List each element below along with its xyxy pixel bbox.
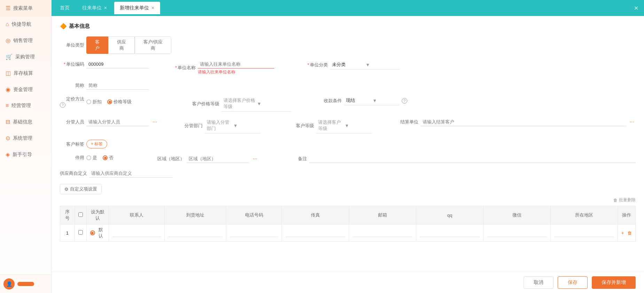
inventory-icon: ◫ [6,70,11,76]
table-row: 1 默认 [60,225,636,242]
pricing-row: 定价方法 ? 折扣 价格等级 客户价格等级 请选择客户价 [60,96,636,112]
default-radio-circle [90,230,95,235]
row-contact [109,225,165,242]
unit-type-group: 客户 供应商 客户/供应商 [86,36,171,54]
gear-icon: ⚙ [64,187,69,192]
unit-code-field: *单位编码 [60,60,171,68]
chevron-down-icon: ▼ [372,98,398,103]
th-wechat: 微信 [483,206,550,225]
manager-input[interactable] [86,118,149,126]
tab-counterpart[interactable]: 往来单位 ✕ [77,2,113,14]
pricing-level-radio[interactable]: 价格等级 [107,99,132,105]
tab-new-counterpart[interactable]: 新增往来单位 ✕ [114,2,160,14]
row-checkbox-input[interactable] [78,230,83,235]
sidebar-item-label: 搜索菜单 [13,5,33,11]
payment-terms-value: 现结 [346,97,371,104]
unit-name-input[interactable] [198,60,274,68]
remark-input[interactable] [309,155,636,163]
sidebar-item-label: 基础信息 [13,119,32,125]
settlement-unit-field: 结算单位 ··· [394,118,636,126]
sidebar-item-inventory[interactable]: ◫ 库存核算 [0,65,51,81]
sidebar-item-base-info[interactable]: ⊟ 基础信息 [0,114,51,130]
short-name-input[interactable] [86,81,149,90]
customer-level-placeholder: 请选择客户等级 [318,119,343,132]
customer-level-select[interactable]: 请选择客户等级 ▼ [316,118,372,133]
settlement-unit-more-btn[interactable]: ··· [628,119,636,125]
sidebar-item-operations[interactable]: ≡ 经营管理 [0,98,51,114]
unit-category-select[interactable]: 未分类 ▼ [330,60,400,70]
tab-counterpart-close[interactable]: ✕ [104,6,107,10]
manager-more-btn[interactable]: ··· [151,119,158,125]
pricing-help-icon[interactable]: ? [60,102,65,108]
form-content: 🔶 基本信息 单位类型 客户 供应商 客户/供应商 *单位编码 *单位名称 [52,16,644,272]
sidebar-item-finance[interactable]: ◉ 资金管理 [0,81,51,98]
save-button[interactable]: 保存 [558,276,588,289]
phone-input[interactable] [230,229,278,237]
unit-category-label: *单位分类 [304,62,328,68]
disabled-no-radio[interactable]: 否 [103,155,113,161]
row-region-input[interactable] [554,229,614,237]
tab-home[interactable]: 首页 [54,2,75,14]
sidebar-item-purchase[interactable]: 🛒 采购管理 [0,49,51,65]
unit-code-input[interactable] [86,60,149,68]
custom-settings-label: 自定义项设置 [70,186,97,192]
remark-label: 备注 [283,156,307,162]
settlement-unit-input[interactable] [421,118,626,126]
unit-type-field: 单位类型 客户 供应商 客户/供应商 [60,36,171,54]
supplier-custom-input[interactable] [89,169,173,178]
email-input[interactable] [353,229,413,237]
discount-label: 折扣 [93,99,102,105]
wechat-input[interactable] [487,229,547,237]
save-new-button[interactable]: 保存并新增 [592,276,636,289]
sidebar-item-label: 系统管理 [13,135,32,141]
unit-name-label: *单位名称 [171,65,196,71]
row-default: 默认 [86,225,109,242]
fax-input[interactable] [285,229,345,237]
payment-terms-select[interactable]: 现结 ▼ [344,96,400,105]
add-tag-button[interactable]: + 标签 [86,140,107,148]
sidebar-item-search[interactable]: ☰ 搜索菜单 [0,0,51,16]
finance-icon: ◉ [6,86,10,93]
custom-settings-button[interactable]: ⚙ 自定义项设置 [60,184,102,194]
sidebar-item-sales[interactable]: ◎ 销售管理 [0,32,51,49]
cancel-button[interactable]: 取消 [524,276,553,289]
close-all-tabs[interactable]: ✕ [631,3,641,13]
dept-select[interactable]: 请输入分管部门 ▼ [205,118,260,133]
remark-field: 备注 [283,155,636,163]
payment-terms-help-icon[interactable]: ? [402,98,407,104]
supplier-custom-label: 供应商自定义 [60,170,87,177]
row-phone [226,225,282,242]
default-radio[interactable]: 默认 [90,227,105,239]
pricing-method-label: 定价方法 ? [60,96,84,108]
th-default: 设为默认 [86,206,109,225]
qq-input[interactable] [420,229,480,237]
customer-price-level-select[interactable]: 请选择客户价格等级 ▼ [221,96,291,112]
sidebar-item-guide[interactable]: ◈ 新手引导 [0,146,51,163]
unit-code-name-row: *单位编码 *单位名称 请输入往来单位名称 *单位分类 未分类 ▼ [60,60,636,75]
unit-type-both-btn[interactable]: 客户/供应商 [135,36,171,54]
sidebar-item-quick-nav[interactable]: ⌂ 快捷导航 [0,16,51,32]
tab-new-counterpart-close[interactable]: ✕ [151,6,155,10]
customer-tag-row: 客户标签 + 标签 [60,140,636,148]
unit-type-customer-btn[interactable]: 客户 [86,36,108,54]
section-title-icon: 🔶 [60,23,67,30]
payment-terms-field: 收款条件 现结 ▼ ? [317,96,436,105]
add-row-btn[interactable]: + [621,230,624,236]
region-input[interactable] [187,155,249,163]
pricing-discount-radio[interactable]: 折扣 [86,99,102,105]
contact-input[interactable] [112,229,161,237]
batch-delete-label[interactable]: 批量删除 [619,197,636,203]
sidebar-item-system[interactable]: ⊙ 系统管理 [0,130,51,146]
unit-name-error: 请输入往来单位名称 [198,69,274,75]
th-fax: 传真 [282,206,349,225]
sidebar-item-label: 采购管理 [15,54,35,60]
delete-row-btn[interactable]: 🗑 [627,230,632,236]
region-more-btn[interactable]: ··· [251,156,259,162]
sales-icon: ◎ [6,37,10,44]
unit-type-supplier-btn[interactable]: 供应商 [108,36,135,54]
chevron-down-icon: ▼ [257,101,289,106]
select-all-checkbox[interactable] [78,212,83,217]
pricing-method-radio-group: 折扣 价格等级 [86,99,132,105]
disabled-yes-radio[interactable]: 是 [86,155,97,161]
address-input[interactable] [168,229,222,237]
